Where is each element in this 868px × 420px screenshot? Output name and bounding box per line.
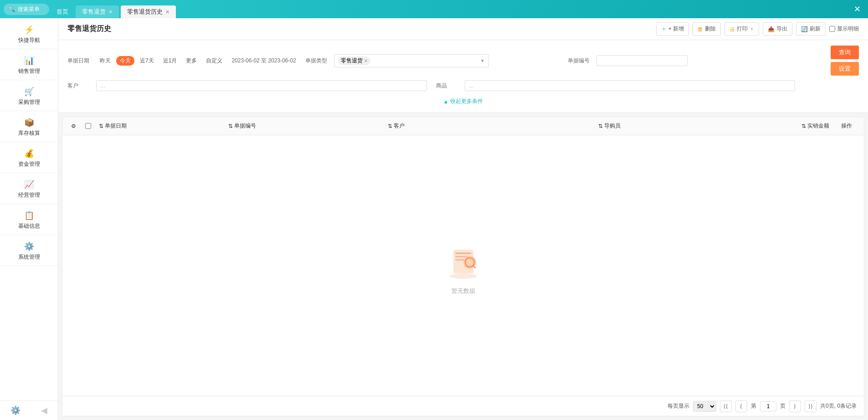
svg-rect-4 <box>455 259 464 261</box>
th-bill-no[interactable]: ⇅ 单据编号 <box>225 122 385 130</box>
page-text: 第 <box>751 402 756 410</box>
customer-input[interactable]: … <box>96 80 427 91</box>
goods-input[interactable]: … <box>465 80 796 91</box>
layout: ⚡ 快捷导航 📊 销售管理 🛒 采购管理 📦 库存核算 💰 资金管理 📈 经营管… <box>0 18 868 420</box>
refresh-btn[interactable]: 🔄 刷新 <box>796 22 826 36</box>
th-checkbox[interactable] <box>81 123 95 129</box>
tab-home[interactable]: 首页 <box>51 5 74 18</box>
sort-icon-date: ⇅ <box>99 123 103 129</box>
action-buttons: 查询 设置 <box>831 46 859 76</box>
bill-type-tag-close[interactable]: ✕ <box>364 58 368 63</box>
bill-no-input[interactable] <box>596 55 688 66</box>
per-page-select[interactable]: 50 100 200 <box>693 401 716 412</box>
bill-type-label: 单据类型 <box>305 57 330 65</box>
bill-type-input[interactable]: 零售退货 ✕ ▼ <box>334 54 489 67</box>
sidebar-item-operations[interactable]: 📈 经营管理 <box>0 173 58 204</box>
sidebar-item-quick-nav[interactable]: ⚡ 快捷导航 <box>0 18 58 49</box>
tab-retail-return[interactable]: 零售退货 ✕ <box>76 5 119 18</box>
table-header: ⚙ ⇅ 单据日期 ⇅ 单据编号 ⇅ 客户 ⇅ <box>62 117 864 135</box>
bill-date-label: 单据日期 <box>67 57 92 65</box>
sales-icon: 📊 <box>24 56 34 66</box>
set-btn[interactable]: 设置 <box>831 62 859 76</box>
th-customer[interactable]: ⇅ 客户 <box>384 122 595 130</box>
sort-icon-customer: ⇅ <box>388 123 392 129</box>
goods-label: 商品 <box>436 82 461 90</box>
toolbar: ＋ + 新增 🗑 删除 🖨 打印 ▼ 📤 导出 🔄 <box>656 22 859 36</box>
settings-btn[interactable]: ⚙️ <box>10 405 21 415</box>
th-settings[interactable]: ⚙ <box>66 123 81 129</box>
page-header: 零售退货历史 ＋ + 新增 🗑 删除 🖨 打印 ▼ 📤 导出 <box>58 18 868 40</box>
th-guide[interactable]: ⇅ 导购员 <box>595 122 724 130</box>
new-btn[interactable]: ＋ + 新增 <box>656 22 689 36</box>
date-opt-7days[interactable]: 近7天 <box>136 56 158 66</box>
refresh-icon: 🔄 <box>801 26 808 32</box>
total-label: 共0页, 0条记录 <box>820 402 857 410</box>
sidebar-item-system[interactable]: ⚙️ 系统管理 <box>0 235 58 266</box>
tab-close-history[interactable]: ✕ <box>165 9 169 15</box>
search-menu[interactable]: 🔍 搜索菜单 <box>4 4 49 15</box>
sidebar-item-basic-info[interactable]: 📋 基础信息 <box>0 204 58 235</box>
sidebar-label-system: 系统管理 <box>18 253 40 261</box>
collapse-sidebar-btn[interactable]: ◀ <box>41 405 47 415</box>
tab-close-retail-return[interactable]: ✕ <box>108 9 113 15</box>
export-btn[interactable]: 📤 导出 <box>763 22 792 36</box>
sidebar-label-inventory: 库存核算 <box>18 129 40 137</box>
date-opt-today[interactable]: 今天 <box>116 56 134 66</box>
date-opt-1month[interactable]: 近1月 <box>159 56 181 66</box>
search-placeholder: 搜索菜单 <box>18 5 40 13</box>
quick-nav-icon: ⚡ <box>24 25 34 35</box>
search-icon: 🔍 <box>8 6 15 12</box>
customer-placeholder: … <box>100 82 106 89</box>
page-last-btn[interactable]: ⟩⟩ <box>805 400 817 412</box>
select-all-checkbox[interactable] <box>85 123 91 129</box>
sort-icon-guide: ⇅ <box>598 123 603 129</box>
collapse-icon: ▲ <box>443 98 449 105</box>
page-next-btn[interactable]: ⟩ <box>789 400 801 412</box>
date-options: 昨天 今天 近7天 近1月 更多 自定义 <box>96 56 226 66</box>
th-amount[interactable]: ⇅ 实销金额 <box>724 122 833 130</box>
sidebar-label-finance: 资金管理 <box>18 160 40 168</box>
show-detail-label: 显示明细 <box>837 25 859 33</box>
sort-icon-amount: ⇅ <box>801 123 806 129</box>
page-number-input[interactable] <box>760 401 776 411</box>
collapse-filter-btn[interactable]: ▲ 收起更多条件 <box>67 96 859 107</box>
page-prev-btn[interactable]: ⟨ <box>735 400 747 412</box>
bill-type-dropdown-arrow: ▼ <box>480 58 485 63</box>
svg-point-0 <box>450 273 477 279</box>
show-detail-checkbox[interactable] <box>829 26 835 32</box>
page-first-btn[interactable]: ⟨⟨ <box>720 400 732 412</box>
print-dropdown-icon: ▼ <box>750 26 754 31</box>
tab-retail-return-history[interactable]: 零售退货历史 ✕ <box>121 5 176 18</box>
print-btn[interactable]: 🖨 打印 ▼ <box>724 22 759 36</box>
bill-type-filter: 单据类型 零售退货 ✕ ▼ <box>305 54 559 67</box>
bill-type-tag: 零售退货 ✕ <box>338 56 370 65</box>
customer-label: 客户 <box>67 82 92 90</box>
per-page-label: 每页显示 <box>668 402 689 410</box>
date-opt-more[interactable]: 更多 <box>182 56 200 66</box>
show-detail-toggle[interactable]: 显示明细 <box>829 25 859 33</box>
main-content: 零售退货历史 ＋ + 新增 🗑 删除 🖨 打印 ▼ 📤 导出 <box>58 18 868 420</box>
system-icon: ⚙️ <box>24 241 34 251</box>
sidebar-item-sales[interactable]: 📊 销售管理 <box>0 49 58 80</box>
sidebar: ⚡ 快捷导航 📊 销售管理 🛒 采购管理 📦 库存核算 💰 资金管理 📈 经营管… <box>0 18 58 420</box>
inventory-icon: 📦 <box>24 118 34 128</box>
sidebar-item-inventory[interactable]: 📦 库存核算 <box>0 111 58 142</box>
sidebar-item-finance[interactable]: 💰 资金管理 <box>0 142 58 173</box>
delete-btn[interactable]: 🗑 删除 <box>693 22 721 36</box>
query-btn[interactable]: 查询 <box>831 46 859 59</box>
bill-no-label: 单据编号 <box>568 57 593 65</box>
date-opt-yesterday[interactable]: 昨天 <box>96 56 114 66</box>
sidebar-label-operations: 经营管理 <box>18 191 40 199</box>
date-opt-custom[interactable]: 自定义 <box>202 56 226 66</box>
pagination: 每页显示 50 100 200 ⟨⟨ ⟨ 第 页 ⟩ ⟩⟩ 共0页, 0条记录 <box>62 396 864 416</box>
finance-icon: 💰 <box>24 149 34 159</box>
sidebar-item-purchase[interactable]: 🛒 采购管理 <box>0 80 58 111</box>
new-icon: ＋ <box>661 25 667 33</box>
svg-rect-2 <box>455 252 472 254</box>
window-close-btn[interactable]: ✕ <box>850 4 864 14</box>
page-label: 页 <box>780 402 786 410</box>
empty-text: 暂无数据 <box>452 287 475 295</box>
sidebar-label-basic-info: 基础信息 <box>18 222 40 230</box>
th-date[interactable]: ⇅ 单据日期 <box>95 122 225 130</box>
empty-illustration <box>441 236 486 282</box>
